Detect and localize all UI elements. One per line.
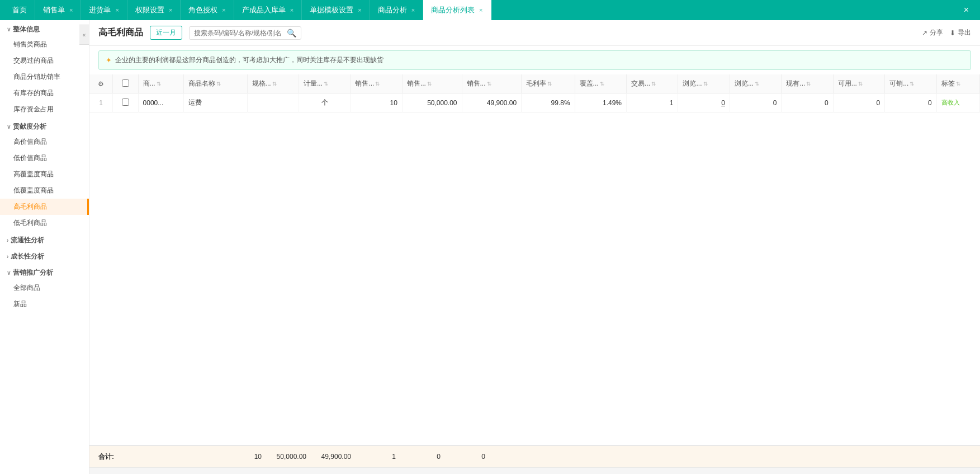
col-label-text: 标签 xyxy=(941,79,955,88)
sort-icon[interactable]: ⇅ xyxy=(216,81,221,87)
nav-item-权限设置[interactable]: 权限设置 × xyxy=(127,0,181,20)
main-layout: « ∨整体信息销售类商品交易过的商品商品分销助销率有库存的商品库存资金占用∨贡献… xyxy=(0,20,980,474)
sidebar-item-低价值商品[interactable]: 低价值商品 xyxy=(0,150,89,166)
sidebar-item-库存资金占用[interactable]: 库存资金占用 xyxy=(0,101,89,118)
col-header-unit[interactable]: 计量...⇅ xyxy=(299,74,351,93)
footer-sale-amount: 50,000.00 xyxy=(266,453,311,461)
sort-icon[interactable]: ⇅ xyxy=(427,81,432,87)
sidebar-item-有库存的商品[interactable]: 有库存的商品 xyxy=(0,85,89,101)
nav-close-icon[interactable]: × xyxy=(169,7,172,13)
sidebar-group-header-营销推广分析[interactable]: ∨营销推广分析 xyxy=(0,264,89,280)
export-button[interactable]: ⬇ 导出 xyxy=(950,28,971,37)
col-header-browse2[interactable]: 浏览...⇅ xyxy=(730,74,781,93)
select-all-checkbox[interactable] xyxy=(122,79,129,87)
sidebar-item-交易过的商品[interactable]: 交易过的商品 xyxy=(0,53,89,69)
sidebar-item-低覆盖度商品[interactable]: 低覆盖度商品 xyxy=(0,182,89,199)
nav-close-icon[interactable]: × xyxy=(479,7,482,13)
col-header-code[interactable]: 商...⇅ xyxy=(138,74,183,93)
row-checkbox[interactable] xyxy=(122,98,129,106)
nav-item-商品分析[interactable]: 商品分析 × xyxy=(370,0,423,20)
table-container[interactable]: ⚙商...⇅商品名称⇅规格...⇅计量...⇅销售...⇅销售...⇅销售...… xyxy=(89,74,980,445)
info-banner-text: 企业的主要的利润都是这部分商品创造的，可考虑加大推广，同时关注库存是不要出现缺货 xyxy=(115,55,384,65)
sidebar-group-header-流通性分析[interactable]: ›流通性分析 xyxy=(0,231,89,247)
nav-item-商品分析列表[interactable]: 商品分析列表 × xyxy=(423,0,491,20)
sort-icon[interactable]: ⇅ xyxy=(272,81,277,87)
export-icon: ⬇ xyxy=(950,29,955,37)
col-header-settings[interactable]: ⚙ xyxy=(89,74,113,93)
sidebar-collapse-button[interactable]: « xyxy=(79,25,89,45)
sort-icon[interactable]: ⇅ xyxy=(157,81,161,87)
sidebar-group-header-整体信息[interactable]: ∨整体信息 xyxy=(0,20,89,36)
settings-icon[interactable]: ⚙ xyxy=(98,80,104,88)
time-filter-button[interactable]: 近一月 xyxy=(150,26,182,40)
col-header-currentStock[interactable]: 现有...⇅ xyxy=(782,74,833,93)
col-header-sellableStock[interactable]: 可销...⇅ xyxy=(885,74,936,93)
col-header-coverage[interactable]: 覆盖...⇅ xyxy=(575,74,626,93)
col-header-saleQty[interactable]: 销售...⇅ xyxy=(351,74,402,93)
sort-icon[interactable]: ⇅ xyxy=(703,81,708,87)
nav-close-icon[interactable]: × xyxy=(222,7,225,13)
nav-item-进货单[interactable]: 进货单 × xyxy=(81,0,127,20)
search-icon[interactable]: 🔍 xyxy=(287,29,296,37)
sort-icon[interactable]: ⇅ xyxy=(956,81,960,87)
sort-icon[interactable]: ⇅ xyxy=(755,81,759,87)
sidebar-item-商品分销助销率[interactable]: 商品分销助销率 xyxy=(0,69,89,85)
sort-icon[interactable]: ⇅ xyxy=(910,81,914,87)
cell-browse2: 0 xyxy=(730,93,781,112)
nav-item-首页[interactable]: 首页 xyxy=(4,0,35,20)
footer-current-stock: 0 xyxy=(445,453,490,461)
sidebar-group: ›成长性分析 xyxy=(0,247,89,264)
nav-close-icon[interactable]: × xyxy=(290,7,293,13)
col-header-name[interactable]: 商品名称⇅ xyxy=(183,74,247,93)
sidebar: « ∨整体信息销售类商品交易过的商品商品分销助销率有库存的商品库存资金占用∨贡献… xyxy=(0,20,89,474)
sidebar-group-arrow: › xyxy=(7,254,8,260)
col-header-checkbox[interactable] xyxy=(113,74,138,93)
sidebar-item-全部商品[interactable]: 全部商品 xyxy=(0,280,89,296)
share-button[interactable]: ↗ 分享 xyxy=(922,28,943,37)
nav-close-icon[interactable]: × xyxy=(411,7,415,13)
col-header-browse1[interactable]: 浏览...⇅ xyxy=(678,74,730,93)
col-header-availableStock[interactable]: 可用...⇅ xyxy=(833,74,884,93)
col-header-spec[interactable]: 规格...⇅ xyxy=(247,74,299,93)
sidebar-item-高价值商品[interactable]: 高价值商品 xyxy=(0,134,89,150)
sidebar-group-header-贡献度分析[interactable]: ∨贡献度分析 xyxy=(0,118,89,134)
sidebar-item-销售类商品[interactable]: 销售类商品 xyxy=(0,36,89,53)
sidebar-item-新品[interactable]: 新品 xyxy=(0,296,89,312)
nav-item-单据模板设置[interactable]: 单据模板设置 × xyxy=(302,0,370,20)
nav-close-icon[interactable]: × xyxy=(69,7,73,13)
col-header-saleProfit[interactable]: 销售...⇅ xyxy=(462,74,522,93)
cell-sellableStock: 0 xyxy=(885,93,936,112)
search-input[interactable] xyxy=(194,29,283,37)
nav-close-icon[interactable]: × xyxy=(358,7,361,13)
sort-icon[interactable]: ⇅ xyxy=(324,81,328,87)
sidebar-item-低毛利商品[interactable]: 低毛利商品 xyxy=(0,215,89,231)
sidebar-item-高毛利商品[interactable]: 高毛利商品 xyxy=(0,199,89,215)
col-label-text: 浏览... xyxy=(683,79,702,88)
browse1-link[interactable]: 0 xyxy=(721,99,725,107)
col-label-text: 覆盖... xyxy=(580,79,599,88)
sort-icon[interactable]: ⇅ xyxy=(600,81,604,87)
close-all-tabs[interactable]: × xyxy=(957,5,976,15)
nav-item-产成品入库单[interactable]: 产成品入库单 × xyxy=(234,0,302,20)
cell-currentStock: 0 xyxy=(782,93,833,112)
sort-icon[interactable]: ⇅ xyxy=(858,81,863,87)
bottom-scrollbar[interactable] xyxy=(89,467,980,474)
sort-icon[interactable]: ⇅ xyxy=(806,81,811,87)
nav-close-icon[interactable]: × xyxy=(115,7,119,13)
sidebar-group-label: 成长性分析 xyxy=(11,252,44,261)
sort-icon[interactable]: ⇅ xyxy=(375,81,380,87)
col-header-grossMargin[interactable]: 毛利率⇅ xyxy=(522,74,575,93)
sort-icon[interactable]: ⇅ xyxy=(651,81,656,87)
sidebar-item-高覆盖度商品[interactable]: 高覆盖度商品 xyxy=(0,166,89,182)
sidebar-group-header-成长性分析[interactable]: ›成长性分析 xyxy=(0,247,89,264)
nav-item-角色授权[interactable]: 角色授权 × xyxy=(181,0,234,20)
col-header-txCount[interactable]: 交易...⇅ xyxy=(627,74,678,93)
col-label-text: 毛利率 xyxy=(526,79,546,88)
nav-item-销售单[interactable]: 销售单 × xyxy=(35,0,81,20)
col-label-text: 可销... xyxy=(889,79,908,88)
col-header-saleAmount[interactable]: 销售...⇅ xyxy=(402,74,462,93)
sidebar-group-arrow: ∨ xyxy=(7,270,11,276)
sort-icon[interactable]: ⇅ xyxy=(547,81,552,87)
col-header-tag[interactable]: 标签⇅ xyxy=(936,74,979,93)
sort-icon[interactable]: ⇅ xyxy=(487,81,491,87)
